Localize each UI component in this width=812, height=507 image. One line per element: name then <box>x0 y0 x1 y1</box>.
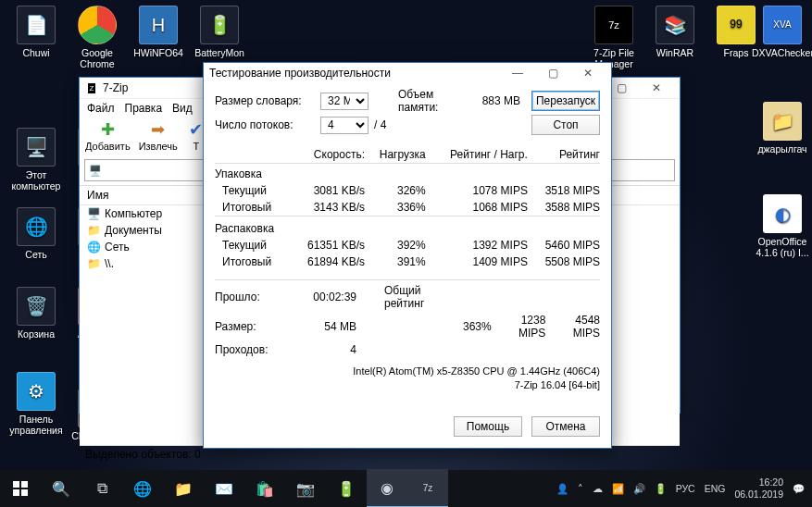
kb-indicator[interactable]: ENG <box>705 483 726 494</box>
window-benchmark[interactable]: Тестирование производительности — ▢ ✕ Ра… <box>203 62 612 449</box>
table-row: Итоговый61894 KB/s391%1409 MIPS5508 MIPS <box>215 254 600 270</box>
window-title: Тестирование производительности <box>209 67 391 80</box>
extract-label: Извлечь <box>139 141 178 152</box>
minimize-button[interactable]: — <box>500 63 535 83</box>
svg-rect-0 <box>13 481 19 488</box>
chevron-up-icon[interactable]: ˄ <box>578 483 583 494</box>
system-tray[interactable]: 👤 ˄ ☁ 📶 🔊 🔋 РУС ENG 16:2006.01.2019 💬 <box>549 476 812 500</box>
close-button[interactable]: ✕ <box>639 78 674 98</box>
computer-icon: 🖥️ <box>87 207 100 220</box>
summary-table: Прошло:00:02:39Общий рейтинг Размер:54 M… <box>215 279 600 358</box>
arrow-right-icon: ➡ <box>148 119 169 140</box>
table-row: Текущий61351 KB/s392%1392 MIPS5460 MIPS <box>215 237 600 254</box>
svg-rect-1 <box>21 481 28 488</box>
cancel-button[interactable]: Отмена <box>531 416 600 437</box>
start-button[interactable] <box>0 470 41 507</box>
people-icon[interactable]: 👤 <box>556 483 568 495</box>
restart-button[interactable]: Перезапуск <box>531 91 600 111</box>
clock[interactable]: 16:2006.01.2019 <box>734 476 783 500</box>
folder-icon: 📁 <box>87 257 100 270</box>
desktop-icon-chrome[interactable]: Google Chrome <box>67 6 128 69</box>
taskbar-mail[interactable]: ✉️ <box>204 470 244 507</box>
test-label: Т <box>193 141 199 152</box>
extract-button[interactable]: ➡Извлечь <box>139 119 178 152</box>
taskbar-7zip[interactable]: 7z <box>407 469 448 507</box>
volume-icon[interactable]: 🔊 <box>633 483 645 495</box>
desktop-icon-7zipfm[interactable]: 7z7-Zip File Manager <box>583 6 644 69</box>
taskbar-edge[interactable]: 🌐 <box>122 470 163 507</box>
window-title: 7-Zip <box>103 81 128 94</box>
desktop-icon-chuwi[interactable]: 📄Chuwi <box>6 6 67 58</box>
notifications-icon[interactable]: 💬 <box>793 483 805 495</box>
onedrive-icon[interactable]: ☁ <box>593 483 603 494</box>
menu-file[interactable]: Файл <box>87 102 115 115</box>
desktop-icon-bin[interactable]: 🗑️Корзина <box>6 287 67 340</box>
svg-rect-3 <box>21 489 28 496</box>
battery-icon[interactable]: 🔋 <box>655 483 667 495</box>
app-icon-7zip: Z <box>85 81 98 94</box>
desktop-icon-hwinfo[interactable]: HHWiNFO64 <box>128 6 189 58</box>
taskbar[interactable]: 🔍 ⧉ 🌐 📁 ✉️ 🛍️ 📷 🔋 ◉ 7z 👤 ˄ ☁ 📶 🔊 🔋 РУС E… <box>0 470 812 507</box>
dict-select[interactable]: 32 MB <box>320 93 369 110</box>
add-label: Добавить <box>85 141 131 152</box>
menu-edit[interactable]: Правка <box>125 102 163 115</box>
mem-label: Объем памяти: <box>398 88 467 114</box>
taskview-button[interactable]: ⧉ <box>81 470 122 507</box>
desktop-icon-network[interactable]: 🌐Сеть <box>6 207 67 260</box>
lang-indicator[interactable]: РУС <box>676 483 695 494</box>
table-row: Текущий3081 KB/s326%1078 MIPS3518 MIPS <box>215 182 600 199</box>
desktop-icon-openoffice[interactable]: ◐OpenOffice 4.1.6 (ru) I... <box>752 194 812 258</box>
taskbar-store[interactable]: 🛍️ <box>244 470 285 507</box>
network-icon: 🌐 <box>87 241 100 254</box>
taskbar-batterymon[interactable]: 🔋 <box>326 470 367 507</box>
add-button[interactable]: ✚Добавить <box>85 119 131 152</box>
titlebar-benchmark[interactable]: Тестирование производительности — ▢ ✕ <box>204 63 611 83</box>
desktop-icon-dxva[interactable]: XVADXVAChecker <box>752 6 812 58</box>
mem-value: 883 MB <box>467 94 520 107</box>
desktop-icon-dzh[interactable]: 📁джарылгач <box>752 102 812 155</box>
taskbar-explorer[interactable]: 📁 <box>163 470 204 507</box>
search-button[interactable]: 🔍 <box>41 470 81 507</box>
plus-icon: ✚ <box>97 119 118 140</box>
cpu-info: Intel(R) Atom(TM) x5-Z8350 CPU @ 1.44GHz… <box>215 365 600 377</box>
version-info: 7-Zip 16.04 [64-bit] <box>215 379 600 390</box>
taskbar-chrome[interactable]: ◉ <box>367 469 407 507</box>
folder-icon: 📁 <box>87 224 100 237</box>
desktop-icon-winrar[interactable]: 📚WinRAR <box>644 6 706 58</box>
threads-label: Число потоков: <box>215 118 320 131</box>
table-row: Итоговый3143 KB/s336%1068 MIPS3588 MIPS <box>215 199 600 216</box>
desktop-icon-this-pc[interactable]: 🖥️Этот компьютер <box>6 128 67 192</box>
results-table: Скорость:НагрузкаРейтинг / Нагр.Рейтинг … <box>215 146 600 270</box>
threads-total: / 4 <box>374 118 386 131</box>
wifi-icon[interactable]: 📶 <box>612 483 624 495</box>
menu-view[interactable]: Вид <box>172 102 193 115</box>
computer-icon: 🖥️ <box>89 165 102 177</box>
maximize-button[interactable]: ▢ <box>535 63 570 83</box>
desktop[interactable]: 📄Chuwi Google Chrome HHWiNFO64 🔋BatteryM… <box>0 0 812 507</box>
desktop-icon-batterymon[interactable]: 🔋BatteryMon <box>189 6 250 58</box>
dict-label: Размер словаря: <box>215 94 320 107</box>
close-button[interactable]: ✕ <box>570 63 606 83</box>
taskbar-app[interactable]: 📷 <box>285 470 326 507</box>
threads-select[interactable]: 4 <box>320 117 369 134</box>
desktop-icon-control[interactable]: ⚙Панель управления <box>6 372 67 436</box>
help-button[interactable]: Помощь <box>454 416 522 437</box>
stop-button[interactable]: Стоп <box>531 115 600 135</box>
svg-rect-2 <box>13 489 19 496</box>
